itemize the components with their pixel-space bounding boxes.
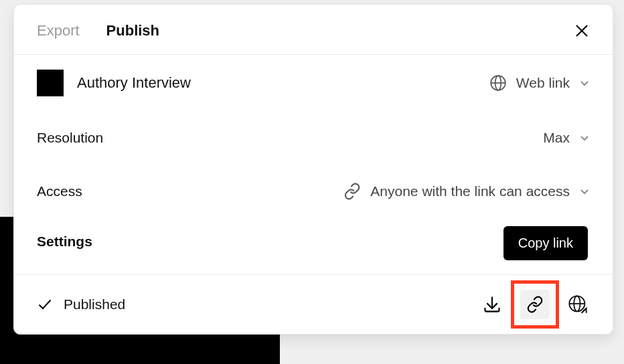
item-title: Authory Interview — [77, 74, 191, 92]
download-button[interactable] — [480, 292, 504, 316]
globe-icon — [489, 74, 507, 92]
resolution-dropdown[interactable]: Max — [543, 130, 590, 146]
access-row: Access Anyone with the link can access — [37, 165, 590, 218]
access-value: Anyone with the link can access — [370, 183, 570, 199]
publish-modal: Export Publish Authory Interview Web lin… — [13, 4, 613, 335]
chevron-down-icon — [579, 78, 590, 88]
copy-link-tooltip: Copy link — [503, 226, 588, 260]
globe-share-icon — [568, 294, 588, 314]
modal-header: Export Publish — [14, 5, 613, 55]
tab-export[interactable]: Export — [37, 22, 80, 39]
resolution-label: Resolution — [37, 130, 103, 146]
check-icon — [37, 296, 53, 312]
settings-label: Settings — [37, 234, 92, 250]
chevron-down-icon — [579, 132, 590, 143]
link-icon — [343, 183, 361, 200]
resolution-value: Max — [543, 130, 570, 146]
access-dropdown[interactable]: Anyone with the link can access — [343, 183, 590, 200]
tab-publish[interactable]: Publish — [106, 22, 159, 39]
resolution-row: Resolution Max — [37, 111, 590, 165]
link-type-dropdown[interactable]: Web link — [489, 74, 590, 92]
close-button[interactable] — [574, 23, 590, 39]
open-in-browser-button[interactable] — [566, 292, 590, 316]
access-label: Access — [37, 183, 82, 199]
link-icon — [526, 296, 544, 313]
link-type-label: Web link — [516, 75, 570, 91]
item-thumbnail — [37, 70, 64, 96]
close-icon — [574, 23, 589, 38]
publish-status: Published — [37, 296, 125, 312]
footer-actions — [480, 290, 590, 319]
item-row: Authory Interview Web link — [37, 55, 590, 111]
copy-link-wrap — [520, 290, 550, 319]
tabs: Export Publish — [37, 22, 159, 39]
download-icon — [483, 295, 501, 314]
modal-footer: Published — [14, 274, 613, 334]
chevron-down-icon — [579, 186, 590, 197]
publish-status-label: Published — [64, 296, 125, 312]
copy-link-button[interactable] — [520, 290, 550, 319]
